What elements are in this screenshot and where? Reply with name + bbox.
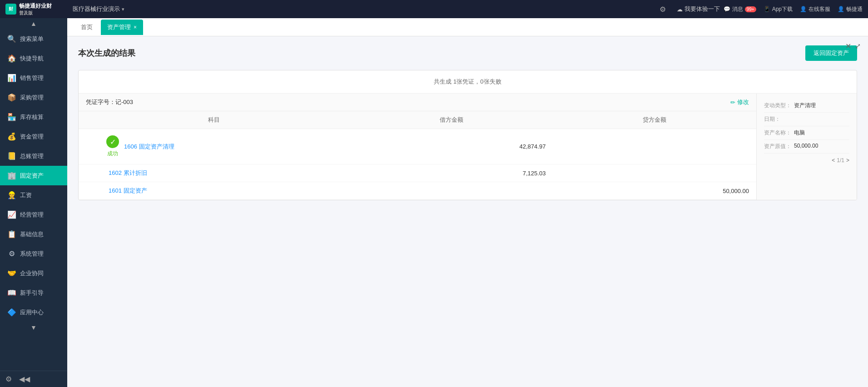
edit-label: 修改 [737, 98, 749, 106]
sidebar-label-sales: 销售管理 [20, 74, 44, 82]
asset-value-label: 资产原值： [764, 143, 791, 150]
basicinfo-icon: 📋 [7, 230, 16, 238]
app-download-button[interactable]: 📱 App下载 [764, 5, 793, 13]
change-type-label: 变动类型： [764, 102, 791, 109]
row3-subject: 1601 固定资产 [79, 182, 350, 200]
col-subject: 科目 [79, 111, 350, 129]
sidebar-label-collab: 企业协同 [20, 269, 44, 278]
prev-page-button[interactable]: < [832, 157, 835, 164]
message-icon: 💬 [724, 6, 730, 12]
sidebar-scroll-down[interactable]: ▼ [0, 322, 67, 333]
row1-credit [553, 129, 756, 164]
col-credit: 贷方金额 [553, 111, 756, 129]
sidebar-item-basic-info[interactable]: 📋 基础信息 [0, 224, 67, 244]
row2-debit: 7,125.03 [350, 164, 553, 182]
logo-icon: 财 [5, 4, 16, 15]
expand-panel-button[interactable]: ⤢ [855, 42, 861, 50]
tab-bar: 首页 资产管理 × [67, 18, 868, 36]
row2-credit [553, 164, 756, 182]
tab-asset-management-label: 资产管理 [107, 23, 131, 31]
sidebar-label-quicknav: 快捷导航 [20, 55, 44, 63]
next-page-button[interactable]: > [846, 157, 849, 164]
info-asset-name: 资产名称： 电脑 [764, 126, 849, 140]
tab-home-label: 首页 [81, 23, 93, 31]
collab-icon: 🤝 [7, 269, 16, 278]
sidebar-item-guide[interactable]: 📖 新手引导 [0, 283, 67, 303]
success-check-icon: ✓ [106, 135, 119, 148]
tab-asset-management[interactable]: 资产管理 × [101, 20, 143, 35]
voucher-header: 凭证字号：记-003 ✏ 修改 [79, 94, 756, 111]
appcenter-icon: 🔷 [7, 308, 16, 317]
tab-close-icon[interactable]: × [134, 24, 137, 30]
tab-home[interactable]: 首页 [74, 20, 99, 35]
sidebar-item-operations[interactable]: 📈 经营管理 [0, 205, 67, 224]
sidebar-label-system: 系统管理 [20, 250, 44, 258]
online-support-button[interactable]: 👤 在线客服 [800, 5, 830, 13]
operations-icon: 📈 [7, 210, 16, 219]
messages-badge: 99+ [745, 6, 756, 12]
sidebar-item-quicknav[interactable]: 🏠 快捷导航 [0, 49, 67, 68]
fixed-assets-icon: 🏢 [7, 171, 16, 180]
guide-icon: 📖 [7, 288, 16, 297]
main-layout: ▲ 🔍 搜索菜单 🏠 快捷导航 📊 销售管理 📦 采购管理 🏪 库存核算 💰 资… [0, 18, 868, 387]
trial-button[interactable]: ☁ 我要体验一下 [677, 5, 720, 13]
row1-debit: 42,874.97 [350, 129, 553, 164]
home-icon: 🏠 [7, 54, 16, 63]
panel-controls: ✕ ⤢ [845, 42, 861, 50]
sidebar-item-search[interactable]: 🔍 搜索菜单 [0, 29, 67, 49]
sales-icon: 📊 [7, 74, 16, 82]
sidebar-item-finance[interactable]: 💰 资金管理 [0, 127, 67, 146]
sidebar-label-search: 搜索菜单 [20, 35, 44, 43]
page-header: 本次生成的结果 返回固定资产 [78, 45, 857, 61]
sidebar-item-fixed-assets[interactable]: 🏢 固定资产 [0, 166, 67, 185]
sidebar-item-purchase[interactable]: 📦 采购管理 [0, 88, 67, 107]
subject-text-1: 1606 固定资产清理 [124, 143, 174, 151]
sidebar-scroll-up[interactable]: ▲ [0, 18, 67, 29]
sidebar-item-sales[interactable]: 📊 销售管理 [0, 68, 67, 88]
user-button[interactable]: 👤 畅捷通 [838, 5, 863, 13]
messages-label: 消息 [732, 5, 743, 13]
sidebar-item-appcenter[interactable]: 🔷 应用中心 [0, 303, 67, 322]
finance-icon: 💰 [7, 132, 16, 141]
ledger-icon: 📒 [7, 152, 16, 160]
header-settings-icon[interactable]: ⚙ [660, 5, 666, 14]
info-date: 日期： [764, 113, 849, 126]
result-summary: 共生成 1张凭证，0张失败 [79, 70, 857, 94]
table-row: ✓ 成功 1606 固定资产清理 42,874.97 [79, 129, 756, 164]
messages-button[interactable]: 💬 消息 99+ [724, 5, 756, 13]
date-label: 日期： [764, 115, 789, 123]
sidebar-item-collab[interactable]: 🤝 企业协同 [0, 263, 67, 283]
asset-name-label: 资产名称： [764, 129, 791, 137]
status-text: 成功 [107, 150, 118, 158]
voucher-main: 凭证字号：记-003 ✏ 修改 科目 借方金额 [79, 94, 757, 200]
sidebar-label-salary: 工资 [20, 191, 32, 199]
page-title: 本次生成的结果 [78, 48, 135, 59]
edit-voucher-button[interactable]: ✏ 修改 [730, 98, 749, 106]
chevron-down-icon: ▾ [122, 6, 124, 12]
company-selector[interactable]: 医疗器械行业演示 ▾ [73, 5, 654, 13]
row3-debit [350, 182, 553, 200]
col-debit: 借方金额 [350, 111, 553, 129]
online-support-label: 在线客服 [808, 5, 830, 13]
sidebar-label-guide: 新手引导 [20, 289, 44, 297]
app-download-label: App下载 [772, 5, 793, 13]
sidebar-item-inventory[interactable]: 🏪 库存核算 [0, 107, 67, 127]
sidebar-collapse-icon[interactable]: ◀◀ [19, 375, 30, 383]
sidebar-item-system[interactable]: ⚙ 系统管理 [0, 244, 67, 263]
table-row: 1602 累计折旧 7,125.03 [79, 164, 756, 182]
sidebar-label-basic-info: 基础信息 [20, 230, 44, 238]
row3-credit: 50,000.00 [553, 182, 756, 200]
row2-subject: 1602 累计折旧 [79, 164, 350, 182]
voucher-info-panel: 变动类型： 资产清理 日期： 资产名称： 电脑 资产原值： [757, 94, 857, 200]
sidebar-item-ledger[interactable]: 📒 总账管理 [0, 146, 67, 166]
app-subtitle: 普及版 [19, 10, 52, 16]
asset-name-value: 电脑 [794, 129, 805, 137]
table-header-row: 科目 借方金额 贷方金额 [79, 111, 756, 129]
sidebar-item-salary[interactable]: 👷 工资 [0, 185, 67, 205]
close-panel-button[interactable]: ✕ [845, 42, 851, 50]
headset-icon: 👤 [800, 6, 807, 12]
sidebar-label-finance: 资金管理 [20, 133, 44, 141]
sidebar-settings-icon[interactable]: ⚙ [5, 375, 12, 383]
row1-status: ✓ 成功 [101, 134, 124, 159]
search-icon: 🔍 [7, 35, 16, 43]
